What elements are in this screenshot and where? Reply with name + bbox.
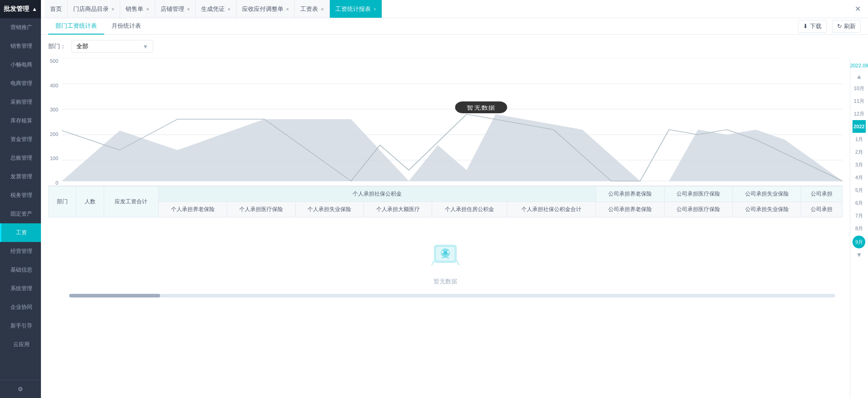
tab-工资表[interactable]: 工资表× — [295, 0, 329, 18]
sidebar-item-云应用[interactable]: 云应用 — [0, 335, 41, 354]
svg-text:暂无数据: 暂无数据 — [467, 105, 495, 111]
data-table: 部门 人数 应发工资合计 个人承担社保公积金 公司承担养老保险 公司承担医疗保险… — [48, 186, 843, 217]
sidebar-item-基础信息[interactable]: 基础信息 — [0, 261, 41, 279]
timeline-month-5月[interactable]: 5月 — [853, 184, 865, 196]
sidebar-item-经营管理[interactable]: 经营管理 — [0, 242, 41, 261]
timeline-month-12月[interactable]: 12月 — [853, 107, 865, 120]
col-dept: 部门 — [49, 186, 76, 217]
sidebar-title: 批发管理 — [4, 5, 29, 13]
col-company-unemploy2: 公司承担失业保险 — [732, 202, 801, 217]
sidebar-item-采购管理[interactable]: 采购管理 — [0, 93, 41, 111]
timeline-month-4月[interactable]: 4月 — [853, 171, 865, 184]
timeline-sidebar: 2022.09 ▲ 10月11月12月20221月2月3月4月5月6月7月8月9… — [850, 58, 868, 398]
timeline-month-10月[interactable]: 10月 — [853, 82, 865, 95]
svg-rect-12 — [444, 251, 447, 255]
timeline-month-active[interactable]: 9月 — [853, 236, 865, 248]
refresh-button[interactable]: ↻ 刷新 — [832, 20, 861, 33]
y-label-300: 300 — [48, 107, 58, 112]
svg-point-14 — [447, 251, 449, 253]
empty-label: 暂无数据 — [434, 277, 457, 286]
sidebar-item-营销推广[interactable]: 营销推广 — [0, 18, 41, 37]
col-group-personal: 个人承担社保公积金 — [159, 186, 596, 202]
tab-bar-actions: ✕ — [851, 3, 864, 15]
sidebar-footer-settings[interactable]: ⚙ — [0, 380, 41, 398]
empty-illustration — [427, 236, 464, 272]
chart-container: 500 400 300 200 100 0 — [48, 58, 843, 398]
main-content: 首页门店商品目录×销售单×店铺管理×生成凭证×应收应付调整单×工资表×工资统计报… — [41, 0, 868, 398]
table-scrollbar-thumb[interactable] — [69, 294, 160, 297]
sidebar-item-企业协同[interactable]: 企业协同 — [0, 298, 41, 317]
sidebar-toggle-icon[interactable]: ▲ — [32, 6, 37, 12]
sidebar-item-电商管理[interactable]: 电商管理 — [0, 74, 41, 93]
settings-icon: ⚙ — [18, 386, 23, 393]
col-company-pension2: 公司承担养老保险 — [596, 202, 664, 217]
timeline-month-3月[interactable]: 3月 — [853, 158, 865, 171]
timeline-month-7月[interactable]: 7月 — [853, 209, 865, 222]
y-label-100: 100 — [48, 156, 58, 161]
sidebar-item-资金管理[interactable]: 资金管理 — [0, 130, 41, 149]
download-icon: ⬇ — [803, 23, 808, 30]
chevron-down-icon: ▼ — [142, 43, 148, 50]
sidebar-item-固定资产[interactable]: 固定资产 — [0, 205, 41, 223]
sidebar-item-小畅电商[interactable]: 小畅电商 — [0, 55, 41, 74]
tab-close-icon[interactable]: × — [146, 6, 149, 12]
sidebar-item-发票管理[interactable]: 发票管理 — [0, 167, 41, 186]
timeline-month-11月[interactable]: 11月 — [853, 95, 865, 107]
tab-close-icon[interactable]: × — [227, 6, 230, 12]
timeline-month-8月[interactable]: 8月 — [853, 222, 865, 235]
svg-point-13 — [442, 251, 444, 253]
filter-row: 部门： 全部 ▼ — [41, 35, 868, 58]
col-company-medical2: 公司承担医疗保险 — [664, 202, 732, 217]
col-personal-unemploy: 个人承担失业保险 — [295, 202, 363, 217]
tab-month-stats[interactable]: 月份统计表 — [104, 18, 148, 35]
sidebar-item-销售管理[interactable]: 销售管理 — [0, 37, 41, 55]
tab-close-icon[interactable]: × — [111, 6, 114, 12]
sidebar-header[interactable]: 批发管理 ▲ — [0, 0, 41, 18]
col-company-other2: 公司承担 — [801, 202, 843, 217]
tab-门店商品目录[interactable]: 门店商品目录× — [68, 0, 120, 18]
tab-close-icon[interactable]: × — [187, 6, 190, 12]
sidebar-item-工资[interactable]: 工资 — [0, 223, 41, 242]
sidebar-item-税务管理[interactable]: 税务管理 — [0, 186, 41, 205]
sidebar-item-总账管理[interactable]: 总账管理 — [0, 149, 41, 167]
col-personal-housing: 个人承担住房公积金 — [432, 202, 507, 217]
sidebar-item-系统管理[interactable]: 系统管理 — [0, 279, 41, 298]
dept-label: 部门： — [48, 42, 66, 50]
y-label-500: 500 — [48, 58, 58, 64]
tab-close-icon[interactable]: × — [321, 6, 323, 12]
tab-dept-stats[interactable]: 部门工资统计表 — [48, 18, 104, 35]
timeline-year-active[interactable]: 2022 — [853, 120, 865, 133]
tab-首页[interactable]: 首页 — [45, 0, 68, 18]
y-label-400: 400 — [48, 83, 58, 88]
empty-state: 暂无数据 — [48, 217, 843, 290]
svg-marker-6 — [62, 114, 843, 181]
tab-close-icon[interactable]: × — [286, 6, 289, 12]
tab-bar: 首页门店商品目录×销售单×店铺管理×生成凭证×应收应付调整单×工资表×工资统计报… — [41, 0, 868, 18]
col-salary-total: 应发工资合计 — [104, 186, 158, 217]
timeline-month-2月[interactable]: 2月 — [853, 146, 865, 158]
sidebar-item-新手引导[interactable]: 新手引导 — [0, 317, 41, 335]
tab-close-icon[interactable]: × — [373, 6, 376, 12]
tab-店铺管理[interactable]: 店铺管理× — [155, 0, 196, 18]
table-scrollbar[interactable] — [69, 294, 835, 297]
col-company-pension: 公司承担养老保险 — [596, 186, 664, 202]
tab-销售单[interactable]: 销售单× — [120, 0, 155, 18]
download-button[interactable]: ⬇ 下载 — [798, 20, 827, 33]
close-window-icon[interactable]: ✕ — [851, 3, 864, 15]
tab-生成凭证[interactable]: 生成凭证× — [196, 0, 236, 18]
y-label-200: 200 — [48, 131, 58, 137]
timeline-current-label: 2022.09 — [850, 60, 868, 71]
tab-应收应付调整单[interactable]: 应收应付调整单× — [237, 0, 295, 18]
col-company-medical: 公司承担医疗保险 — [664, 186, 732, 202]
dept-select[interactable]: 全部 ▼ — [71, 40, 153, 53]
sidebar: 批发管理 ▲ 营销推广销售管理小畅电商电商管理采购管理库存核算资金管理总账管理发… — [0, 0, 41, 398]
y-label-0: 0 — [48, 180, 58, 186]
refresh-icon: ↻ — [837, 23, 842, 30]
timeline-up-nav[interactable]: ▲ — [854, 71, 865, 82]
timeline-down-nav[interactable]: ▼ — [854, 249, 865, 260]
timeline-month-6月[interactable]: 6月 — [853, 196, 865, 209]
tab-工资统计报表[interactable]: 工资统计报表× — [330, 0, 382, 18]
sidebar-item-库存核算[interactable]: 库存核算 — [0, 111, 41, 130]
chart-svg: 暂无数据 — [62, 58, 843, 186]
timeline-month-1月[interactable]: 1月 — [853, 133, 865, 146]
